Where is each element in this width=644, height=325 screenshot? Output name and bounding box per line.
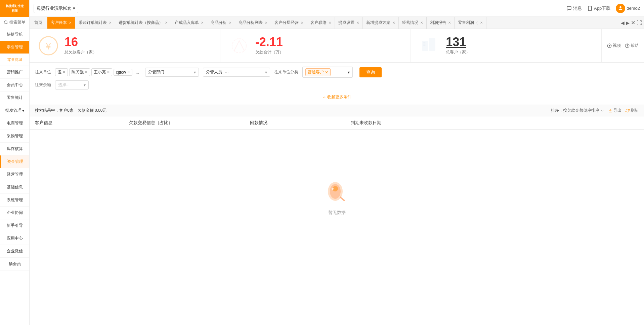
sidebar-item-enterprise[interactable]: 企业协同 bbox=[0, 207, 29, 219]
search-count: 搜索结果中，客户0家 bbox=[35, 108, 74, 113]
col-repayment: 回款情况 bbox=[250, 120, 351, 126]
remove-normal-tag[interactable]: ✕ bbox=[325, 70, 328, 75]
filter-tag-1[interactable]: 伍 ✕ bbox=[55, 68, 68, 76]
top-bar-right: 消息 App下载 demo2 bbox=[566, 4, 640, 13]
overdue-customers-label: 总欠款客户（家） bbox=[65, 49, 97, 55]
tab-close-retail-profit[interactable]: ✕ bbox=[480, 21, 483, 25]
remove-tag-4[interactable]: ✕ bbox=[127, 70, 130, 74]
sidebar-item-system[interactable]: 系统管理 bbox=[0, 194, 29, 207]
remove-tag-2[interactable]: ✕ bbox=[85, 70, 88, 74]
sidebar-item-inventory[interactable]: 库存核算 bbox=[0, 143, 29, 155]
tab-close-purchase-stats[interactable]: ✕ bbox=[165, 21, 168, 25]
export-btn[interactable]: 导出 bbox=[608, 108, 621, 113]
tab-production-in[interactable]: 产成品入库单 ✕ bbox=[171, 17, 207, 29]
tab-close-operation-status[interactable]: ✕ bbox=[420, 21, 423, 25]
tab-purchase-order[interactable]: 采购订单统计表 ✕ bbox=[75, 17, 115, 29]
tab-product-analysis-list[interactable]: 商品分析列表 ✕ bbox=[235, 17, 271, 29]
app-logo: 畅捷通好生意 标版 bbox=[0, 0, 29, 17]
tab-operation-status[interactable]: 经营情况 ✕ bbox=[399, 17, 427, 29]
tab-close-customer-tier[interactable]: ✕ bbox=[301, 21, 303, 25]
svg-rect-9 bbox=[424, 44, 426, 46]
normal-customer-tag: 普通客户 ✕ bbox=[305, 68, 331, 76]
unit-class-label: 往来单位分类 bbox=[274, 69, 298, 75]
sidebar-item-vip-member[interactable]: 畅会员 bbox=[0, 258, 29, 270]
top-bar: 母婴行业演示帐套 ▾ 消息 App下载 demo2 bbox=[30, 0, 644, 17]
sidebar-item-member[interactable]: 会员中心 bbox=[0, 79, 29, 92]
tabs-bar: 首页 客户账本 ✕ 采购订单统计表 ✕ 进货单统计表（按商品） ✕ 产成品入库单… bbox=[30, 17, 644, 29]
sidebar-item-retail-stats[interactable]: 零售统计 bbox=[0, 92, 29, 104]
sidebar-item-app-center[interactable]: 应用中心 bbox=[0, 232, 29, 245]
branch-person-select[interactable]: 分管人员 ··· ▾ bbox=[203, 68, 270, 77]
tab-tips-settings[interactable]: 提成设置 ✕ bbox=[335, 17, 363, 29]
tab-close-tips-settings[interactable]: ✕ bbox=[356, 21, 359, 25]
message-btn[interactable]: 消息 bbox=[566, 5, 582, 11]
sidebar-item-ecommerce[interactable]: 电商管理 bbox=[0, 117, 29, 130]
col-overdue-info: 欠款交易信息（占比） bbox=[129, 120, 250, 126]
sidebar-item-basic-info[interactable]: 基础信息 bbox=[0, 181, 29, 194]
sidebar-item-retail-mall[interactable]: 零售商城 bbox=[0, 54, 29, 66]
svg-point-18 bbox=[332, 188, 334, 190]
refresh-btn[interactable]: 刷新 bbox=[626, 108, 639, 113]
branch-dept-select[interactable]: 分管部门 ▾ bbox=[145, 68, 199, 77]
filter-tag-more[interactable]: ... bbox=[134, 69, 141, 75]
app-download-btn[interactable]: App下载 bbox=[587, 5, 610, 11]
tab-close-add-tips-plan[interactable]: ✕ bbox=[392, 21, 395, 25]
sidebar-item-purchase[interactable]: 采购管理 bbox=[0, 130, 29, 143]
tab-profit-report[interactable]: 利润报告 ✕ bbox=[427, 17, 455, 29]
search-menu[interactable]: 搜索菜单 bbox=[0, 17, 29, 28]
quick-nav[interactable]: 快捷导航 bbox=[0, 28, 29, 41]
sidebar-item-enterprise-wechat[interactable]: 企业微信 bbox=[0, 245, 29, 258]
tab-close-customer-contact[interactable]: ✕ bbox=[329, 21, 331, 25]
sidebar-item-retail[interactable]: 零售管理 bbox=[0, 41, 29, 54]
tab-close-product-analysis-list[interactable]: ✕ bbox=[265, 21, 267, 25]
suite-selector[interactable]: 母婴行业演示帐套 ▾ bbox=[34, 4, 78, 13]
tab-customer-contact[interactable]: 客户联络 ✕ bbox=[307, 17, 335, 29]
stats-video-help: 视频 帮助 bbox=[602, 43, 644, 48]
user-avatar[interactable]: demo2 bbox=[616, 4, 640, 13]
filter-tag-2[interactable]: 陈民强 ✕ bbox=[69, 68, 90, 76]
sidebar-item-newbie[interactable]: 新手引导 bbox=[0, 219, 29, 232]
sidebar-item-operation[interactable]: 经营管理 bbox=[0, 168, 29, 181]
tab-close-product-analysis[interactable]: ✕ bbox=[229, 21, 231, 25]
tab-home[interactable]: 首页 bbox=[30, 17, 47, 29]
tab-retail-profit[interactable]: 零售利润（ ✕ bbox=[455, 17, 486, 29]
tabs-close-all-btn[interactable]: ✕ bbox=[631, 20, 635, 26]
sort-select[interactable]: 排序：按欠款金额倒序排序 bbox=[551, 108, 604, 113]
overdue-amount-icon bbox=[228, 35, 250, 57]
tab-close-customer-capital[interactable]: ✕ bbox=[69, 21, 72, 25]
tabs-controls: ◀ ▶ ✕ ⛶ bbox=[619, 17, 644, 29]
video-btn[interactable]: 视频 bbox=[607, 43, 621, 48]
filter-tag-4[interactable]: cjttcw ✕ bbox=[114, 69, 132, 76]
svg-rect-8 bbox=[424, 42, 426, 43]
tab-add-tips-plan[interactable]: 新增提成方案 ✕ bbox=[363, 17, 399, 29]
tabs-next-btn[interactable]: ▶ bbox=[626, 20, 630, 26]
stats-bar: ¥ 16 总欠款客户（家） -2.11 欠款合计（万） bbox=[30, 29, 644, 63]
unit-class-select[interactable]: 普通客户 ✕ ▾ bbox=[302, 67, 353, 78]
sidebar: 畅捷通好生意 标版 搜索菜单 快捷导航 零售管理 零售商城 营销推广 会员中心 … bbox=[0, 0, 30, 325]
remove-tag-1[interactable]: ✕ bbox=[62, 70, 66, 74]
help-btn[interactable]: 帮助 bbox=[625, 43, 639, 48]
sidebar-item-wholesale[interactable]: 批发管理 ▾ bbox=[0, 104, 29, 117]
sidebar-item-marketing[interactable]: 营销推广 bbox=[0, 66, 29, 79]
query-button[interactable]: 查询 bbox=[359, 67, 382, 77]
tab-customer-capital[interactable]: 客户账本 ✕ bbox=[47, 17, 75, 29]
filter-tag-3[interactable]: 王小亮 ✕ bbox=[91, 68, 112, 76]
tab-close-production-in[interactable]: ✕ bbox=[201, 21, 204, 25]
empty-text: 暂无数据 bbox=[328, 210, 346, 216]
search-results-bar: 搜索结果中，客户0家 欠款金额 0.00元 排序：按欠款金额倒序排序 导出 刷新 bbox=[30, 105, 644, 116]
tab-close-purchase-order[interactable]: ✕ bbox=[109, 21, 112, 25]
balance-select[interactable]: 选择... ▾ bbox=[55, 80, 89, 89]
tab-close-profit-report[interactable]: ✕ bbox=[448, 21, 451, 25]
tab-purchase-stats[interactable]: 进货单统计表（按商品） ✕ bbox=[115, 17, 171, 29]
svg-rect-7 bbox=[429, 38, 435, 51]
tabs-expand-btn[interactable]: ⛶ bbox=[637, 20, 642, 26]
tab-customer-tier[interactable]: 客户分层经营 ✕ bbox=[271, 17, 307, 29]
remove-tag-3[interactable]: ✕ bbox=[107, 70, 110, 74]
branch-person-dots[interactable]: ··· bbox=[223, 70, 230, 75]
collapse-btn[interactable]: 收起更多条件 bbox=[35, 92, 639, 101]
tab-product-analysis[interactable]: 商品分析 ✕ bbox=[207, 17, 235, 29]
col-customer-info: 客户信息 bbox=[35, 120, 129, 126]
sidebar-item-finance[interactable]: 资金管理 bbox=[0, 155, 29, 168]
tabs-prev-btn[interactable]: ◀ bbox=[621, 20, 625, 26]
total-customers-icon bbox=[419, 35, 440, 57]
